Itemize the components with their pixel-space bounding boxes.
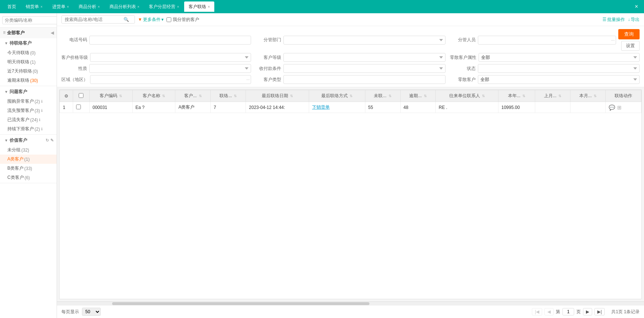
nav-tab-4[interactable]: 商品分析列表×: [105, 1, 144, 12]
batch-op-label: 批量操作: [607, 17, 625, 23]
all-customers-header[interactable]: ⠿ 全部客户 ◀: [0, 28, 57, 38]
info-icon-1-1[interactable]: ℹ: [41, 109, 43, 113]
sidebar-item-0-1[interactable]: 明天待联络(1): [0, 57, 57, 67]
info-icon-1-3[interactable]: ℹ: [41, 127, 43, 131]
nature-select[interactable]: [89, 64, 251, 73]
nav-tab-5[interactable]: 客户分层经营×: [144, 1, 183, 12]
sidebar-item-0-3[interactable]: 逾期未联络(30): [0, 76, 57, 85]
th-this-year[interactable]: 本年... ⇅: [498, 90, 535, 102]
nav-tab-2[interactable]: 进货单×: [48, 1, 74, 12]
all-customers-label: 全部客户: [7, 30, 25, 36]
more-filters-button[interactable]: ▼ 更多条件 ▾: [138, 17, 164, 23]
page-number-input[interactable]: [562, 308, 574, 315]
batch-op-icon: ☰: [602, 17, 607, 22]
sidebar-item-2-0[interactable]: 未分组(32): [0, 145, 57, 155]
pager-prev-button[interactable]: ◀: [544, 308, 554, 315]
retail-select[interactable]: 全部: [478, 75, 640, 84]
nav-tab-close-3[interactable]: ×: [98, 5, 100, 9]
td-actions-0[interactable]: 💬⊞: [605, 102, 641, 113]
payment-select[interactable]: [283, 64, 445, 73]
status-select[interactable]: [478, 64, 640, 73]
info-icon-1-2[interactable]: ℹ: [39, 118, 40, 122]
cust-level-select[interactable]: [283, 53, 445, 62]
td-checkbox-0[interactable]: [73, 102, 90, 113]
filter-search-input[interactable]: [65, 17, 124, 22]
person-input[interactable]: [478, 36, 616, 45]
info-icon-1-0[interactable]: ℹ: [41, 99, 43, 103]
batch-op-button[interactable]: ☰ 批量操作: [602, 17, 625, 23]
chat-icon[interactable]: 💬: [609, 105, 615, 110]
query-button[interactable]: 查询: [618, 29, 640, 39]
dept-select[interactable]: [283, 36, 445, 45]
close-main-button[interactable]: ×: [632, 3, 641, 11]
sidebar-item-1-0[interactable]: 囤购异常客户(2)ℹ: [0, 97, 57, 106]
th-no-contact[interactable]: 未联... ⇅: [365, 90, 400, 102]
sidebar-item-2-1[interactable]: A类客户(1): [0, 155, 57, 164]
th-last-date[interactable]: 最后联络日期 ⇅: [246, 90, 309, 102]
edit-icon-2[interactable]: ✎: [50, 138, 54, 143]
sidebar-item-count-2-3: (6): [25, 175, 30, 180]
th-last-method[interactable]: 最后联络方式 ⇅: [309, 90, 365, 102]
nav-tab-6[interactable]: 客户联络×: [184, 1, 214, 12]
th-last-month[interactable]: 上月... ⇅: [535, 90, 570, 102]
th-gear[interactable]: ⚙: [60, 90, 73, 102]
sidebar-group-1[interactable]: ▼问题客户: [0, 87, 57, 97]
sidebar-item-1-1[interactable]: 流失预警客户(3)ℹ: [0, 106, 57, 115]
phone-input[interactable]: [89, 36, 251, 45]
sidebar-item-1-2[interactable]: 已流失客户(24)ℹ: [0, 115, 57, 124]
sidebar-item-2-2[interactable]: B类客户(33): [0, 164, 57, 173]
refresh-icon-2[interactable]: ↻: [46, 138, 49, 143]
export-button[interactable]: ↓ 导出: [628, 17, 640, 23]
sidebar-item-label-1-1: 流失预警客户: [7, 107, 34, 114]
h-scroll-thumb[interactable]: [112, 302, 369, 305]
nav-tab-3[interactable]: 商品分析×: [74, 1, 104, 12]
nav-tab-close-4[interactable]: ×: [137, 5, 140, 9]
th-name[interactable]: 客户名称 ⇅: [132, 90, 175, 102]
sidebar-item-label-2-1: A类客户: [7, 156, 24, 162]
pager: |◀ ◀ 第 页 ▶ ▶| 共1页 1条记录: [532, 308, 640, 315]
th-contact[interactable]: 联络... ⇅: [211, 90, 246, 102]
th-level[interactable]: 客户... ⇅: [175, 90, 211, 102]
sidebar-item-0-0[interactable]: 今天待联络(0): [0, 48, 57, 57]
setting-button[interactable]: 设置: [621, 41, 640, 51]
sort-this-month-icon: ⇅: [594, 94, 597, 98]
pager-first-button[interactable]: |◀: [532, 308, 542, 315]
nav-tab-0[interactable]: 首页: [3, 1, 21, 12]
price-level-select[interactable]: [90, 53, 251, 62]
th-this-month[interactable]: 本月... ⇅: [570, 90, 605, 102]
sidebar-item-0-2[interactable]: 近7天待联络(0): [0, 67, 57, 76]
pager-next-button[interactable]: ▶: [583, 308, 592, 315]
group-arrow-icon-2: ▼: [4, 138, 8, 142]
region-more-icon[interactable]: ···: [246, 77, 250, 82]
collapse-arrow-icon: ◀: [51, 31, 54, 35]
th-code[interactable]: 客户编码 ⇅: [89, 90, 132, 102]
sidebar-search-input[interactable]: [2, 16, 57, 24]
nav-tab-close-2[interactable]: ×: [67, 5, 69, 9]
select-all-checkbox[interactable]: [79, 93, 83, 98]
person-more-icon[interactable]: ···: [611, 38, 615, 42]
my-customers-checkbox[interactable]: [167, 17, 171, 22]
cust-type-input[interactable]: [283, 75, 445, 84]
sidebar-group-0[interactable]: ▼待联络客户: [0, 38, 57, 48]
td-last-method-0[interactable]: 下销货单: [309, 102, 365, 113]
qr-icon[interactable]: ⊞: [617, 105, 622, 110]
nav-tab-close-1[interactable]: ×: [40, 5, 43, 9]
per-page-select[interactable]: 50 100 200: [82, 308, 101, 316]
nav-tab-1[interactable]: 销货单×: [21, 1, 47, 12]
nav-tab-close-6[interactable]: ×: [208, 5, 210, 9]
h-scroll-bar[interactable]: [57, 301, 644, 305]
sidebar-group-2[interactable]: ▼价值客户↻✎: [0, 135, 57, 145]
pager-page-label: 第: [556, 309, 560, 315]
sidebar-item-2-3[interactable]: C类客户(6): [0, 173, 57, 182]
sidebar-item-1-3[interactable]: 持续下滑客户(2)ℹ: [0, 124, 57, 134]
nav-tab-close-5[interactable]: ×: [177, 5, 179, 9]
retail-attr-select[interactable]: 全部: [479, 53, 640, 62]
value-cust-icons-2: ↻✎: [46, 138, 54, 143]
filter-search-icon[interactable]: 🔍: [124, 17, 129, 22]
th-overdue[interactable]: 逾期... ⇅: [400, 90, 436, 102]
pager-last-button[interactable]: ▶|: [594, 308, 605, 315]
th-contact2[interactable]: 往来单位联系人 ⇅: [436, 90, 498, 102]
filter-bar-right: ☰ 批量操作 ↓ 导出: [602, 17, 640, 23]
price-level-label: 客户价格等级: [61, 54, 88, 61]
region-input[interactable]: [90, 75, 251, 84]
